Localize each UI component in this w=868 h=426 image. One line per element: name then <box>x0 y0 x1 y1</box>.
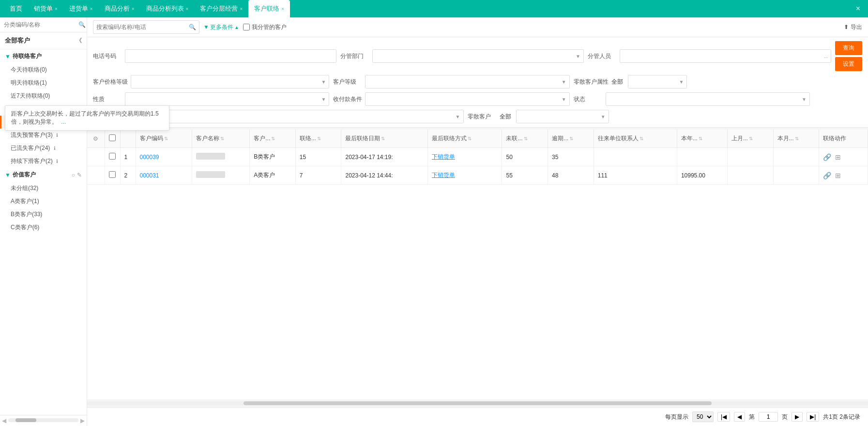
dept-select[interactable]: ▼ <box>372 49 584 63</box>
settings-button[interactable]: 设置 <box>835 57 862 71</box>
sidebar-item-churned[interactable]: 已流失客户(24) ℹ <box>0 142 87 155</box>
col-customer-type[interactable]: 客户... ⇅ <box>250 130 296 148</box>
all-customers-label[interactable]: 全部客户 《 <box>0 32 87 49</box>
row1-code[interactable]: 000039 <box>136 148 192 166</box>
customer-type-select[interactable]: ▼ <box>153 110 464 123</box>
close-all-tabs[interactable]: × <box>852 4 864 13</box>
filter-person: 分管人员 ... <box>588 49 831 63</box>
row1-action-link-icon[interactable]: 🔗 <box>823 153 831 161</box>
col-this-year[interactable]: 本年... ⇅ <box>677 130 727 148</box>
col-overdue[interactable]: 逾期... ⇅ <box>548 130 594 148</box>
col-uncontacted[interactable]: 未联... ⇅ <box>502 130 548 148</box>
sort-last-contact-date: ⇅ <box>381 136 385 141</box>
col-last-contact-date[interactable]: 最后联络日期 ⇅ <box>341 130 427 148</box>
sidebar-item-class-c[interactable]: C类客户(6) <box>0 221 87 234</box>
close-tab-product-analysis-list[interactable]: × <box>186 6 189 12</box>
sidebar-scroll-right[interactable]: ▶ <box>80 417 85 424</box>
category-search-input[interactable] <box>4 21 76 28</box>
tab-product-analysis[interactable]: 商品分析 × <box>99 0 140 17</box>
filter-price-level: 客户价格等级 ▼ <box>93 75 329 88</box>
filter-row-1: 电话号码 分管部门 ▼ 分管人员 ... <box>93 41 862 71</box>
search-input[interactable] <box>96 24 189 30</box>
person-select-dots[interactable]: ... <box>824 54 828 59</box>
tab-purchase-order[interactable]: 进货单 × <box>63 0 99 17</box>
my-customers-checkbox[interactable] <box>243 24 250 30</box>
close-tab-purchase-order[interactable]: × <box>90 6 93 12</box>
customer-level-arrow: ▼ <box>562 79 566 85</box>
row2-select-checkbox[interactable] <box>109 171 116 178</box>
col-contact[interactable]: 联络... ⇅ <box>295 130 341 148</box>
customer-level-select[interactable]: ▼ <box>365 75 569 88</box>
scatter-customer-select[interactable]: ▼ <box>516 110 609 123</box>
row1-action-grid-icon[interactable]: ⊞ <box>835 153 841 161</box>
sidebar-collapse-icon[interactable]: 《 <box>76 37 82 45</box>
group-pending-contact[interactable]: ▼ 待联络客户 <box>0 49 87 63</box>
column-settings-icon[interactable]: ⚙ <box>93 135 98 142</box>
col-last-month[interactable]: 上月... ⇅ <box>727 130 773 148</box>
tab-product-analysis-list[interactable]: 商品分析列表 × <box>140 0 195 17</box>
tooltip-box: 距客户上次交易时长，超过了此客户的平均交易周期的1.5倍，则视为异常。 ... <box>87 105 169 131</box>
sidebar-item-today-contact[interactable]: 今天待联络(0) <box>0 63 87 76</box>
sidebar: 🔍 全部客户 《 ▼ 待联络客户 今天待联络(0) 明天待联络(1) 近7天待联… <box>0 17 87 426</box>
col-this-month[interactable]: 本月... ⇅ <box>773 130 819 148</box>
page-input[interactable] <box>759 412 778 422</box>
person-select[interactable]: ... <box>620 49 831 63</box>
first-page-btn[interactable]: |◀ <box>717 412 730 422</box>
row2-action-link-icon[interactable]: 🔗 <box>823 172 831 179</box>
tab-customer-contact[interactable]: 客户联络 × <box>248 0 290 17</box>
tab-customer-segmentation[interactable]: 客户分层经营 × <box>194 0 248 17</box>
select-all-checkbox[interactable] <box>109 134 116 141</box>
col-settings[interactable]: ⚙ <box>87 130 105 148</box>
sidebar-item-7days-contact[interactable]: 近7天待联络(0) <box>0 89 87 103</box>
horizontal-scrollbar[interactable] <box>87 401 868 405</box>
sidebar-item-ungrouped[interactable]: 未分组(32) <box>0 182 87 195</box>
close-tab-customer-segmentation[interactable]: × <box>240 6 243 12</box>
row1-action: 🔗 ⊞ <box>819 148 868 166</box>
tab-home[interactable]: 首页 <box>4 0 28 17</box>
scrollbar-thumb[interactable] <box>244 401 712 405</box>
col-customer-name[interactable]: 客户名称 ⇅ <box>192 130 249 148</box>
scatter-attr-select[interactable]: ▼ <box>628 75 687 88</box>
price-level-select[interactable]: ▼ <box>131 75 329 88</box>
search-icon[interactable]: 🔍 <box>189 24 196 30</box>
customer-table: ⚙ 客户编码 ⇅ <box>87 130 868 185</box>
filter-customer-level: 客户等级 ▼ <box>333 75 569 88</box>
query-button[interactable]: 查询 <box>835 41 862 55</box>
row2-last-method[interactable]: 下销货单 <box>427 166 502 185</box>
sidebar-item-class-a[interactable]: A类客户(1) <box>0 195 87 208</box>
row2-action-grid-icon[interactable]: ⊞ <box>835 172 841 179</box>
col-last-contact-method[interactable]: 最后联络方式 ⇅ <box>427 130 502 148</box>
sidebar-item-class-b[interactable]: B类客户(33) <box>0 208 87 221</box>
next-page-btn[interactable]: ▶ <box>792 412 803 422</box>
sort-customer-type: ⇅ <box>271 136 275 141</box>
col-contact-person[interactable]: 往来单位联系人 ⇅ <box>594 130 677 148</box>
tab-sales-order[interactable]: 销货单 × <box>28 0 63 17</box>
row1-select-checkbox[interactable] <box>109 153 116 160</box>
more-conditions-btn[interactable]: ▼ 更多条件 ▲ <box>203 23 239 31</box>
sidebar-item-churn-warning[interactable]: 流失预警客户(3) ℹ <box>0 129 87 142</box>
value-group-circle-icon[interactable]: ○ <box>72 172 75 178</box>
payment-select[interactable]: ▼ <box>365 92 569 106</box>
sidebar-search-icon[interactable]: 🔍 <box>78 21 86 28</box>
phone-input[interactable] <box>125 49 336 63</box>
sidebar-item-declining[interactable]: 持续下滑客户(2) ℹ <box>0 155 87 168</box>
col-customer-code[interactable]: 客户编码 ⇅ <box>136 130 192 148</box>
row1-contact-person <box>594 148 677 166</box>
gender-select[interactable]: ▼ <box>125 92 329 106</box>
row1-last-method[interactable]: 下销货单 <box>427 148 502 166</box>
value-group-edit-icon[interactable]: ✎ <box>77 172 82 178</box>
per-page-select[interactable]: 50 <box>692 411 714 422</box>
row2-this-month <box>773 166 819 185</box>
row1-settings <box>87 148 105 166</box>
prev-page-btn[interactable]: ◀ <box>734 412 745 422</box>
sidebar-search-area: 🔍 <box>0 17 87 32</box>
close-tab-customer-contact[interactable]: × <box>281 6 284 12</box>
sidebar-item-tomorrow-contact[interactable]: 明天待联络(1) <box>0 76 87 89</box>
sidebar-scroll-left[interactable]: ◀ <box>2 417 6 424</box>
export-button[interactable]: ⬆ 导出 <box>844 23 862 31</box>
status-select[interactable]: ▼ <box>606 92 810 106</box>
close-tab-product-analysis[interactable]: × <box>132 6 135 12</box>
row2-code[interactable]: 000031 <box>136 166 192 185</box>
last-page-btn[interactable]: ▶| <box>807 412 819 422</box>
close-tab-sales-order[interactable]: × <box>55 6 58 12</box>
